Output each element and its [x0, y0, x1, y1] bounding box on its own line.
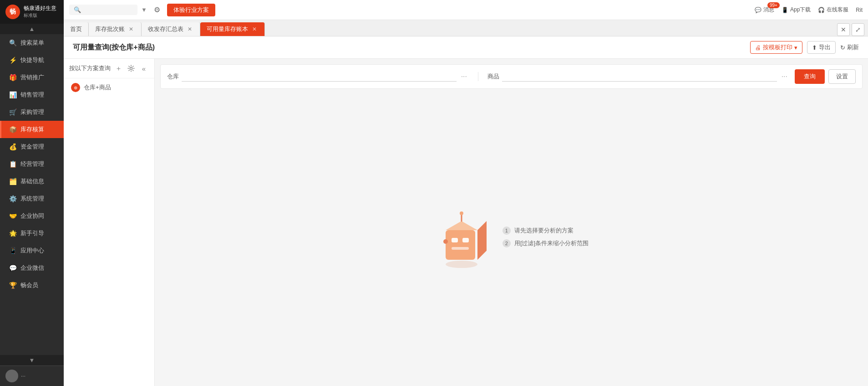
left-panel-header-actions: ＋ « — [113, 63, 149, 73]
page-actions: 🖨 按模板打印 ▾ ⬆ 导出 ↻ 刷新 — [750, 41, 859, 54]
printer-icon: 🖨 — [755, 44, 761, 51]
template-print-label: 按模板打印 — [763, 43, 792, 51]
svg-marker-3 — [446, 221, 477, 230]
step-1-num: 1 — [503, 226, 511, 235]
refresh-button[interactable]: ↻ 刷新 — [840, 43, 859, 51]
empty-step-2: 2 用[过滤]条件来缩小分析范围 — [503, 239, 589, 247]
sidebar-item-member[interactable]: 🏆 畅会员 — [0, 277, 64, 294]
tab-receipt-summary-close[interactable]: ✕ — [186, 26, 193, 33]
search-input[interactable] — [83, 7, 128, 13]
message-button[interactable]: 💬 消息 99+ — [755, 6, 774, 14]
collapse-panel-button[interactable]: « — [139, 63, 149, 73]
goods-more-button[interactable]: ··· — [780, 72, 789, 81]
sidebar-item-newbie[interactable]: 🌟 新手引导 — [0, 225, 64, 242]
footer-username: ··· — [21, 373, 25, 379]
sidebar-item-enterprise[interactable]: 🤝 企业协同 — [0, 207, 64, 225]
app-label: App下载 — [790, 6, 811, 14]
topbar-right: 💬 消息 99+ 📱 App下载 🎧 在线客服 Rit — [755, 6, 863, 14]
sidebar-item-label: 搜索菜单 — [20, 39, 44, 47]
svg-point-8 — [443, 239, 448, 244]
tab-batch-ledger-close[interactable]: ✕ — [127, 26, 135, 33]
tab-receipt-summary[interactable]: 收发存汇总表 ✕ — [142, 22, 200, 36]
tab-available-ledger-close[interactable]: ✕ — [251, 26, 258, 33]
close-tab-button[interactable]: ✕ — [837, 23, 850, 36]
mobile-icon: 📱 — [9, 247, 17, 254]
trial-button[interactable]: 体验行业方案 — [167, 4, 215, 16]
customer-service-button[interactable]: 🎧 在线客服 — [818, 6, 848, 14]
search-icon: 🔍 — [9, 39, 17, 46]
chart-icon: 📊 — [9, 91, 17, 98]
scheme-settings-button[interactable] — [126, 63, 136, 73]
sidebar-item-inventory[interactable]: 📦 库存核算 — [0, 121, 64, 138]
warehouse-filter: 仓库 ··· — [167, 72, 469, 82]
add-scheme-button[interactable]: ＋ — [113, 63, 123, 73]
sidebar-item-appstore[interactable]: 📱 应用中心 — [0, 242, 64, 259]
sidebar-item-marketing[interactable]: 🎁 营销推广 — [0, 69, 64, 86]
sidebar-item-label: 畅会员 — [20, 281, 38, 289]
set-button[interactable]: 设置 — [828, 69, 856, 84]
sidebar-footer[interactable]: ··· — [0, 365, 64, 386]
sidebar-item-label: 企业协同 — [20, 212, 44, 220]
app-icon: 📱 — [782, 7, 788, 13]
svg-rect-2 — [446, 230, 475, 260]
template-print-button[interactable]: 🖨 按模板打印 ▾ — [750, 41, 802, 54]
tab-batch-ledger-label: 库存批次账 — [95, 25, 125, 33]
query-button[interactable]: 查询 — [795, 69, 825, 84]
tab-batch-ledger[interactable]: 库存批次账 ✕ — [89, 22, 142, 36]
sidebar-item-shortcut[interactable]: ⚡ 快捷导航 — [0, 51, 64, 69]
sidebar-item-label: 库存核算 — [20, 125, 44, 134]
settings-icon[interactable]: ⚙ — [151, 4, 163, 16]
svg-rect-7 — [452, 247, 469, 250]
step-2-num: 2 — [503, 239, 511, 247]
svg-rect-5 — [452, 238, 458, 242]
step-2-text: 用[过滤]条件来缩小分析范围 — [514, 239, 589, 247]
dropdown-arrow[interactable]: ▼ — [141, 6, 147, 13]
left-panel: 按以下方案查询 ＋ « ⊕ 仓库+商品 — [64, 59, 155, 386]
username-display[interactable]: Rit — [856, 7, 863, 13]
tab-home[interactable]: 首页 — [64, 22, 89, 36]
box-icon: 📦 — [9, 126, 17, 133]
sidebar-item-system[interactable]: ⚙️ 系统管理 — [0, 190, 64, 207]
left-panel-header: 按以下方案查询 ＋ « — [64, 59, 154, 78]
filter-separator — [478, 72, 478, 81]
sidebar-down-scroll[interactable]: ▼ — [29, 357, 35, 364]
template-dropdown-icon[interactable]: ▾ — [794, 44, 797, 51]
goods-input[interactable] — [502, 72, 777, 82]
sidebar-item-label: 采购管理 — [20, 108, 44, 116]
filter-row: 仓库 ··· 商品 ··· 查询 设置 — [160, 64, 863, 89]
sidebar-item-operations[interactable]: 📋 经营管理 — [0, 155, 64, 173]
sidebar-item-purchase[interactable]: 🛒 采购管理 — [0, 103, 64, 121]
tab-available-ledger-label: 可用量库存账本 — [207, 25, 248, 33]
sidebar-brand: 畅康通好生意 标准版 — [24, 5, 56, 19]
refresh-label: 刷新 — [847, 43, 859, 51]
warehouse-more-button[interactable]: ··· — [459, 72, 469, 81]
app-download-button[interactable]: 📱 App下载 — [782, 6, 811, 14]
goods-filter: 商品 ··· — [487, 72, 789, 82]
sidebar-item-basic[interactable]: 🗂️ 基础信息 — [0, 173, 64, 190]
tab-available-ledger[interactable]: 可用量库存账本 ✕ — [200, 22, 265, 36]
sidebar-up-scroll[interactable]: ▲ — [29, 26, 35, 32]
cog-icon — [127, 65, 135, 72]
sidebar-logo: 畅 — [5, 5, 20, 19]
sidebar-item-label: 营销推广 — [20, 73, 44, 82]
page-header: 可用量查询(按仓库+商品) 🖨 按模板打印 ▾ ⬆ 导出 ↻ 刷新 — [64, 36, 868, 59]
warehouse-input[interactable] — [182, 72, 457, 82]
sidebar-item-sales[interactable]: 📊 销售管理 — [0, 86, 64, 103]
topbar: 🔍 ▼ ⚙ 体验行业方案 💬 消息 99+ 📱 App下载 🎧 在线客服 Rit — [64, 0, 868, 20]
logo-text: 畅 — [10, 8, 16, 16]
scheme-item-warehouse-goods[interactable]: ⊕ 仓库+商品 — [64, 78, 154, 97]
message-badge: 99+ — [767, 2, 780, 8]
export-button[interactable]: ⬆ 导出 — [807, 41, 836, 54]
sidebar-item-finance[interactable]: 💰 资金管理 — [0, 138, 64, 155]
tab-receipt-summary-label: 收发存汇总表 — [148, 25, 183, 33]
svg-point-0 — [130, 67, 132, 70]
sidebar-item-wechat[interactable]: 💬 企业微信 — [0, 259, 64, 277]
content-area: 按以下方案查询 ＋ « ⊕ 仓库+商品 — [64, 59, 868, 386]
refresh-icon: ↻ — [840, 44, 845, 51]
empty-state: 1 请先选择要分析的方案 2 用[过滤]条件来缩小分析范围 — [160, 93, 863, 381]
expand-button[interactable]: ⤢ — [852, 23, 864, 36]
scheme-icon: ⊕ — [71, 83, 80, 92]
sidebar-item-search[interactable]: 🔍 搜索菜单 — [0, 34, 64, 51]
export-icon: ⬆ — [812, 44, 817, 51]
sidebar-item-label: 经营管理 — [20, 160, 44, 168]
